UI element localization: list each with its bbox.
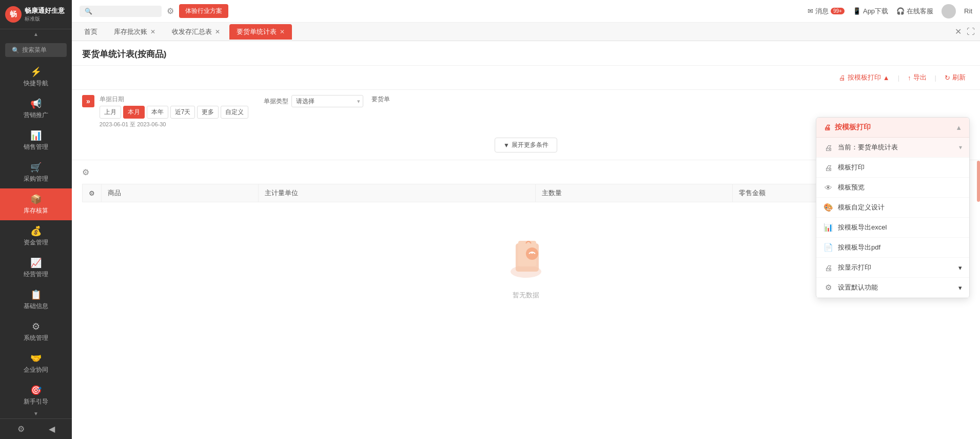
headset-icon: 🎧 <box>896 7 905 15</box>
tab-order-stats[interactable]: 要货单统计表 ✕ <box>229 24 292 40</box>
search-label: 搜索菜单 <box>22 46 47 54</box>
sidebar-collapse-btn[interactable]: ◀ <box>49 424 55 434</box>
page-title: 要货单统计表(按商品) <box>82 49 166 59</box>
tab-collect-summary-close[interactable]: ✕ <box>215 28 220 35</box>
tab-batch-account[interactable]: 库存批次账 ✕ <box>107 24 163 40</box>
sidebar-settings-btn[interactable]: ⚙ <box>17 424 25 434</box>
divider-2: | <box>935 74 936 82</box>
avatar[interactable] <box>942 4 956 18</box>
sidebar-item-marketing[interactable]: 📢 营销推广 <box>0 93 72 125</box>
tab-fullscreen-btn[interactable]: ⛶ <box>967 27 975 36</box>
tab-home-label: 首页 <box>84 27 97 36</box>
expand-more-btn[interactable]: ▼ 展开更多条件 <box>495 138 557 152</box>
app-download-btn[interactable]: 📱 App下载 <box>853 7 888 16</box>
sidebar-item-finance[interactable]: 💰 资金管理 <box>0 220 72 252</box>
sidebar-scroll-up[interactable]: ▲ <box>0 29 72 39</box>
refresh-btn[interactable]: ↻ 刷新 <box>940 71 970 84</box>
sidebar-item-enterprise[interactable]: 🤝 企业协同 <box>0 348 72 379</box>
dropdown-template-custom[interactable]: 🎨 模板自定义设计 <box>816 198 969 218</box>
print-template-btn[interactable]: 🖨 按模板打印 ▲ <box>835 71 894 84</box>
svg-point-4 <box>531 252 533 254</box>
sidebar-logo: 畅 畅康通好生意 标准版 <box>0 0 72 29</box>
tab-batch-account-close[interactable]: ✕ <box>150 28 155 35</box>
divider-1: | <box>898 74 899 82</box>
table-settings-icon[interactable]: ⚙ <box>82 167 89 177</box>
dropdown-display-print-left: 🖨 按显示打印 <box>824 263 871 272</box>
operations-label: 经营管理 <box>24 270 48 279</box>
export-btn[interactable]: ↑ 导出 <box>904 71 931 84</box>
template-preview-icon: 👁 <box>824 183 833 192</box>
user-name[interactable]: Rit <box>964 7 972 15</box>
date-btn-custom[interactable]: 自定义 <box>221 106 248 119</box>
sidebar-nav: ⚡ 快捷导航 📢 营销推广 📊 销售管理 🛒 采购管理 📦 库存核算 💰 资金管… <box>0 61 72 409</box>
date-filter-label: 单据日期 <box>100 95 249 104</box>
refresh-icon: ↻ <box>945 74 950 82</box>
basics-label: 基础信息 <box>24 302 48 311</box>
tab-close-all-btn[interactable]: ✕ <box>955 27 962 36</box>
date-btn-7days[interactable]: 近7天 <box>170 106 195 119</box>
type-select[interactable]: 请选择 <box>291 95 363 107</box>
online-service-btn[interactable]: 🎧 在线客服 <box>896 7 933 16</box>
chevron-up-icon[interactable]: ▲ <box>955 124 962 131</box>
dropdown-export-excel[interactable]: 📊 按模板导出excel <box>816 218 969 238</box>
print-dropdown-menu: 🖨 按模板打印 ▲ 🖨 当前：要货单统计表 ▾ 🖨 模板打印 👁 <box>816 117 970 298</box>
tab-home[interactable]: 首页 <box>77 24 105 40</box>
date-btn-more[interactable]: 更多 <box>197 106 219 119</box>
messages-badge: 99+ <box>831 8 845 14</box>
export-icon: ↑ <box>908 74 911 82</box>
dropdown-header-label: 按模板打印 <box>835 123 871 132</box>
scrollbar-indicator[interactable] <box>977 161 980 202</box>
sidebar-search[interactable]: 🔍 搜索菜单 <box>5 43 67 57</box>
sidebar-item-sales[interactable]: 📊 销售管理 <box>0 125 72 157</box>
dropdown-current-label: 当前：要货单统计表 <box>838 143 898 152</box>
display-print-label: 按显示打印 <box>838 263 871 272</box>
sidebar-item-basics[interactable]: 📋 基础信息 <box>0 284 72 316</box>
date-btn-this-month[interactable]: 本月 <box>123 106 145 119</box>
template-preview-label: 模板预览 <box>838 183 865 192</box>
messages-btn[interactable]: ✉ 消息 99+ <box>808 7 845 16</box>
col-unit: 主计量单位 <box>259 184 536 202</box>
dropdown-current-item[interactable]: 🖨 当前：要货单统计表 ▾ <box>816 138 969 158</box>
col-goods: 商品 <box>102 184 259 202</box>
sidebar-item-quick-nav[interactable]: ⚡ 快捷导航 <box>0 61 72 93</box>
topbar-search[interactable]: 🔍 <box>80 6 162 17</box>
system-icon: ⚙ <box>32 321 40 332</box>
sales-label: 销售管理 <box>24 143 48 151</box>
sidebar-item-purchase[interactable]: 🛒 采购管理 <box>0 157 72 188</box>
enterprise-icon: 🤝 <box>30 353 42 364</box>
dropdown-template-print[interactable]: 🖨 模板打印 <box>816 158 969 178</box>
dropdown-header-left: 🖨 按模板打印 <box>824 123 871 132</box>
col-quantity: 主数量 <box>536 184 733 202</box>
export-excel-label: 按模板导出excel <box>838 223 887 232</box>
company-name: 畅康通好生意 <box>25 7 65 15</box>
sidebar-item-inventory[interactable]: 📦 库存核算 <box>0 188 72 220</box>
date-btn-this-year[interactable]: 本年 <box>147 106 168 119</box>
marketing-label: 营销推广 <box>24 111 48 120</box>
dropdown-template-preview[interactable]: 👁 模板预览 <box>816 178 969 198</box>
quick-nav-icon: ⚡ <box>30 66 42 78</box>
template-custom-icon: 🎨 <box>824 203 833 212</box>
display-print-chevron: ▾ <box>958 264 962 272</box>
dropdown-display-print[interactable]: 🖨 按显示打印 ▾ <box>816 258 969 278</box>
yaohuo-label: 要货单 <box>371 95 390 104</box>
sidebar: 畅 畅康通好生意 标准版 ▲ 🔍 搜索菜单 ⚡ 快捷导航 📢 营销推广 📊 销售… <box>0 0 72 439</box>
trial-btn[interactable]: 体验行业方案 <box>179 4 228 18</box>
type-filter-label: 单据类型 <box>264 97 288 106</box>
dropdown-export-pdf[interactable]: 📄 按模板导出pdf <box>816 238 969 258</box>
filter-expand-btn[interactable]: » <box>82 95 94 107</box>
sidebar-item-system[interactable]: ⚙ 系统管理 <box>0 316 72 348</box>
date-btn-last-month[interactable]: 上月 <box>100 106 121 119</box>
dropdown-header: 🖨 按模板打印 ▲ <box>816 118 969 138</box>
dropdown-default-func[interactable]: ⚙ 设置默认功能 ▾ <box>816 278 969 298</box>
print-chevron-icon: ▲ <box>883 74 890 82</box>
expand-more-icon: ▼ <box>503 142 509 149</box>
tab-collect-summary[interactable]: 收发存汇总表 ✕ <box>165 24 227 40</box>
search-icon: 🔍 <box>12 47 19 54</box>
tab-order-stats-label: 要货单统计表 <box>237 27 277 36</box>
tab-order-stats-close[interactable]: ✕ <box>280 28 285 35</box>
sidebar-item-operations[interactable]: 📈 经营管理 <box>0 252 72 284</box>
topbar-gear-btn[interactable]: ⚙ <box>167 6 174 16</box>
sidebar-scroll-down[interactable]: ▼ <box>0 409 72 418</box>
tabbar: 首页 库存批次账 ✕ 收发存汇总表 ✕ 要货单统计表 ✕ ✕ ⛶ <box>72 23 980 41</box>
sidebar-item-guide[interactable]: 🎯 新手引导 <box>0 379 72 409</box>
